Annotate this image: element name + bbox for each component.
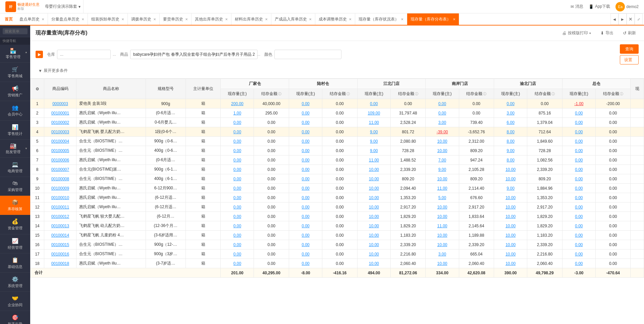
sidebar-item-retail-store[interactable]: 🛒 零售商城 <box>0 63 30 82</box>
row-yubei-qty[interactable]: 10.00 <box>494 259 527 268</box>
row-code[interactable]: 00100003 <box>44 127 76 137</box>
row-factory-qty[interactable]: 0.00 <box>221 202 254 212</box>
row-jiangbei-qty[interactable]: 10.00 <box>357 231 390 240</box>
row-lu-qty[interactable]: 0.00 <box>289 259 322 268</box>
close-tab-icon[interactable]: ✕ <box>225 17 228 21</box>
sidebar-item-stock-check[interactable]: 📦 库存核算 <box>0 196 30 215</box>
sidebar-item-ecom-mgmt[interactable]: 💻 电商管理 <box>0 158 30 177</box>
row-lu-qty[interactable]: 0.00 <box>289 184 322 193</box>
close-tab-icon[interactable]: ✕ <box>185 17 188 21</box>
row-nanan-qty[interactable]: 0.00 <box>426 108 459 118</box>
row-nanan-qty[interactable]: -39.00 <box>426 127 459 137</box>
row-yubei-qty[interactable]: 10.00 <box>494 165 527 174</box>
close-tab-icon[interactable]: ✕ <box>42 17 44 21</box>
row-code[interactable]: 00100007 <box>44 165 76 174</box>
message-btn[interactable]: ✉ 消息 <box>571 4 583 9</box>
sidebar-item-retail-stats[interactable]: 📊 零售统计 <box>0 121 30 140</box>
row-factory-qty[interactable]: 0.00 <box>221 155 254 165</box>
row-jiangbei-qty[interactable]: 9.00 <box>357 146 390 155</box>
row-lu-qty[interactable]: 0.00 <box>289 146 322 155</box>
warehouse-select-btn[interactable]: ... <box>113 52 116 57</box>
product-input[interactable] <box>130 50 258 59</box>
row-lu-qty[interactable]: 0.00 <box>289 231 322 240</box>
row-yubei-qty[interactable]: 0.00 <box>494 99 527 108</box>
row-lu-qty[interactable]: 0.00 <box>289 155 322 165</box>
row-lu-qty[interactable]: 0.00 <box>289 240 322 249</box>
row-factory-qty[interactable]: 1.00 <box>221 108 254 118</box>
tab-prev-btn[interactable]: ◀ <box>610 13 619 25</box>
tab-transfer-history[interactable]: 调拨单历史 ✕ <box>128 13 160 25</box>
warehouse-input[interactable] <box>57 50 111 59</box>
query-btn[interactable]: 查询 <box>620 44 639 54</box>
close-tab-icon[interactable]: ✕ <box>309 17 312 21</box>
sidebar-item-wholesale-mgmt[interactable]: 🏭 批发管理 ▼ <box>0 140 30 158</box>
row-nanan-qty[interactable]: 7.00 <box>426 155 459 165</box>
row-total-qty[interactable]: 0.00 <box>562 259 595 268</box>
row-factory-qty[interactable]: 0.00 <box>221 221 254 231</box>
row-total-qty[interactable]: 0.00 <box>562 165 595 174</box>
row-yubei-qty[interactable]: 6.00 <box>494 118 527 127</box>
row-jiangbei-qty[interactable]: 0.00 <box>357 99 390 108</box>
row-code[interactable]: 00100011 <box>44 202 76 212</box>
row-total-qty[interactable]: 0.00 <box>562 221 595 231</box>
sidebar-item-purchase-mgmt[interactable]: 🛍 采购管理 <box>0 177 30 196</box>
row-code[interactable]: 00100002 <box>44 118 76 127</box>
row-nanan-qty[interactable]: 11.00 <box>426 221 459 231</box>
tab-produce-in-history[interactable]: 产成品入库单历史 ✕ <box>271 13 315 25</box>
info-icon[interactable]: ⓘ <box>620 92 623 96</box>
row-jiangbei-qty[interactable]: 10.00 <box>357 212 390 221</box>
close-tab-icon[interactable]: ✕ <box>349 17 352 21</box>
row-total-qty[interactable]: 0.00 <box>562 108 595 118</box>
close-tab-icon[interactable]: ✕ <box>265 17 268 21</box>
refresh-btn[interactable]: ↺ 刷新 <box>620 29 639 37</box>
row-lu-qty[interactable]: 0.00 <box>289 202 322 212</box>
row-nanan-qty[interactable]: 10.00 <box>426 212 459 221</box>
search-input[interactable] <box>3 28 28 34</box>
export-btn[interactable]: ⬇ 导出 <box>598 29 616 37</box>
row-nanan-qty[interactable]: 10.00 <box>426 202 459 212</box>
row-yubei-qty[interactable]: 10.00 <box>494 193 527 202</box>
row-nanan-qty[interactable]: 10.00 <box>426 240 459 249</box>
tab-cost-adjust-history[interactable]: 成本调整单历史 ✕ <box>315 13 355 25</box>
info-icon[interactable]: ⓘ <box>551 92 555 96</box>
row-yubei-qty[interactable]: 9.00 <box>494 146 527 155</box>
sidebar-item-basic-info[interactable]: 📋 基础信息 <box>0 253 30 273</box>
print-btn[interactable]: 🖨 按模版打印 ▾ <box>559 29 594 37</box>
row-yubei-qty[interactable]: 10.00 <box>494 221 527 231</box>
row-jiangbei-qty[interactable]: 11.00 <box>357 155 390 165</box>
row-nanan-qty[interactable]: 10.00 <box>426 137 459 146</box>
expand-btn[interactable]: ▼ 展开更多条件 <box>36 66 639 75</box>
row-nanan-qty[interactable]: 9.00 <box>426 165 459 174</box>
row-factory-qty[interactable]: 0.00 <box>221 118 254 127</box>
row-code[interactable]: 00100010 <box>44 193 76 202</box>
row-code[interactable]: 00100005 <box>44 146 76 155</box>
row-lu-qty[interactable]: 0.00 <box>289 127 322 137</box>
close-tab-icon[interactable]: ✕ <box>153 17 156 21</box>
tab-distribute-history[interactable]: 分量盘点单历史 ✕ <box>48 13 88 25</box>
row-factory-qty[interactable]: 0.00 <box>221 259 254 268</box>
row-lu-qty[interactable]: 0.00 <box>289 137 322 146</box>
row-jiangbei-qty[interactable]: 11.00 <box>357 118 390 127</box>
user-avatar[interactable]: Ea demo2 <box>615 2 639 11</box>
row-code[interactable]: 00100006 <box>44 155 76 165</box>
row-total-qty[interactable]: 0.00 <box>562 127 595 137</box>
close-tab-icon[interactable]: ✕ <box>82 17 84 21</box>
tab-home[interactable]: 首页 <box>1 13 16 25</box>
row-lu-qty[interactable]: 0.00 <box>289 249 322 259</box>
row-lu-qty[interactable]: 0.00 <box>289 165 322 174</box>
close-tab-icon[interactable]: ✕ <box>121 17 124 21</box>
tab-close-all-btn[interactable]: ✕ <box>627 13 635 25</box>
industry-dropdown[interactable]: 母婴行业演示陈套 ▾ <box>42 0 84 13</box>
row-yubei-qty[interactable]: 3.00 <box>494 108 527 118</box>
close-tab-icon[interactable]: ✕ <box>401 17 404 21</box>
row-nanan-qty[interactable]: 10.00 <box>426 146 459 155</box>
row-total-qty[interactable]: 0.00 <box>562 231 595 240</box>
row-jiangbei-qty[interactable]: 10.00 <box>357 184 390 193</box>
row-yubei-qty[interactable]: 10.00 <box>494 231 527 240</box>
row-factory-qty[interactable]: 0.00 <box>221 137 254 146</box>
app-download-btn[interactable]: 📱 App下载 <box>589 4 610 9</box>
row-total-qty[interactable]: 0.00 <box>562 184 595 193</box>
row-factory-qty[interactable]: 0.00 <box>221 193 254 202</box>
toggle-btn[interactable]: ▶ <box>36 51 43 58</box>
row-lu-qty[interactable]: 0.00 <box>289 108 322 118</box>
